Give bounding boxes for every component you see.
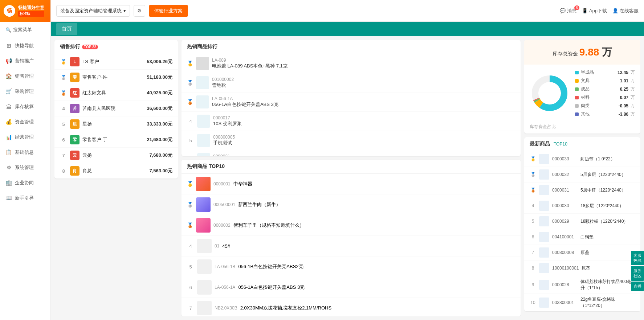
sidebar-item-finance[interactable]: 💰 资金管理 [0,114,50,130]
table-row: 7 云 云扬 7,680.00元 [54,148,178,163]
nav-icon: 🏢 [5,180,12,186]
customer-name: 零售客户·许 [82,74,144,81]
rank-medal: 🥈 [187,202,193,208]
hot-products-panel: 热销商品 TOP10 🥇 0000001 中华神器 🥈 000500001 新西… [182,160,521,316]
sidebar-item-quick-nav[interactable]: ⊞ 快捷导航 [0,38,50,53]
sidebar-logo: 畅 畅捷通好生意 标准版 [0,0,50,22]
rank-number: 4 [187,119,194,124]
product-name: 手机测试 [213,140,515,146]
product-image [539,247,549,258]
search-menu-button[interactable]: 🔍 搜索菜单 [4,25,47,35]
cs-hotline-button[interactable]: 客服热线 [631,251,644,266]
cs-live-button[interactable]: 直播 [631,282,644,291]
product-code: 000500001 [213,202,235,207]
rank-number: 7 [60,153,67,158]
sales-amount: 51,183.00元 [147,74,172,81]
system-selector[interactable]: 装备及固定资产辅助管理系统 ▾ [56,5,130,17]
legend-name: 其他 [581,111,616,117]
new-products-title: 最新商品 [530,141,550,147]
hot-products-header: 热销商品 TOP10 [182,160,521,174]
table-row: 6 零 零售客户·于 21,680.00元 [54,132,178,148]
sidebar-item-inventory[interactable]: 🏛 库存核算 [0,99,50,114]
sidebar-item-purchase[interactable]: 🛒 采购管理 [0,84,50,99]
list-item: 9 0000028 体碳荔枝味苏打饮品400毫升（1*15） [524,276,640,294]
list-item: 7 NB2.0X30B 2.0X30MM双搓花轴,搓花直径2.1MM/ROHS [182,298,521,316]
product-sales-ranking-panel: 热销商品排行 🥇 LA-089 电池盖 LA-089 ABS本色+黑种 7.1克… [182,40,521,156]
page-content: 销售排行 TOP 22 🥇 L LS 客户 53,006.26元 🥈 零 [51,36,644,320]
rank-number: 5 [187,138,194,143]
product-name: 5层多层（1220*2440） [580,172,635,178]
sales-ranking-header: 销售排行 TOP 22 [54,40,178,54]
product-image [196,197,211,212]
avatar: 苦 [70,104,80,113]
cs-community-button[interactable]: 服务社区 [631,266,644,281]
product-code: LA-089 [212,58,515,63]
tab-home[interactable]: 首页 [56,23,77,35]
new-products-list: 🥇 0000033 封边带（1.0*22） 🥈 0000032 5层多层（122… [524,151,640,311]
sidebar-item-label: 销售管理 [15,73,34,79]
legend-color-dot [575,112,579,116]
product-code: 0000017 [213,115,515,120]
sidebar-item-label: 企业协同 [15,180,34,186]
product-name: 新西兰牛肉（新牛） [238,201,281,208]
product-code: NB2.0X30B [215,305,237,311]
rank-medal: 🥇 [187,61,193,66]
table-row: 🥈 001000002 雪地靴 [182,73,521,93]
sidebar-item-sales[interactable]: 🏠 销售管理 [0,69,50,84]
message-badge: 6 [574,5,579,10]
rank-medal: 🥉 [187,222,193,228]
product-image [539,185,549,195]
product-image [539,280,549,290]
product-code: LA-056-1A [212,96,515,101]
product-image [539,216,549,226]
avatar: 零 [70,73,80,82]
rank-number: 8 [530,266,536,271]
legend-item: 文具 1.01 万 [575,77,635,85]
sales-amount: 21,680.00元 [147,136,172,143]
app-download-button[interactable]: 📱 App下载 [582,8,607,14]
main-area: 装备及固定资产辅助管理系统 ▾ ⚙ 体验行业方案 💬 消息 6 📱 App下载 … [51,0,644,320]
list-item: 6 LA-056-1A 056-1A白色按键开关盖ABS 3壳 [182,277,521,298]
product-name: 智利车子里（规格不知道填什么） [233,222,304,229]
product-image [196,57,209,70]
product-code: 003800001 [552,300,578,305]
product-image [539,169,549,180]
product-name: 中华神器 [233,181,252,187]
product-code: 0000032 [552,172,578,177]
product-image [197,239,212,253]
product-name: 5层中纤（1220*2440） [580,187,635,193]
table-row: 6 0000021 夹壳 [182,150,521,156]
app-download-label: App下载 [589,8,607,14]
avatar: 肖 [70,166,80,176]
product-code: 001000002 [212,77,515,82]
customer-name: 零售客户·于 [82,136,144,143]
sidebar-item-guide[interactable]: 📖 新手引导 [0,190,50,206]
product-name: 2.0X30MM双搓花轴,搓花直径2.1MM/ROHS [240,305,331,311]
online-service-button[interactable]: 👤 在线客服 [612,8,639,14]
list-item: 🥉 0000031 5层中纤（1220*2440） [524,182,640,198]
legend-color-dot [575,104,579,108]
inventory-chart: 半成品 12.45 万 文具 1.01 万 成品 [524,65,640,122]
table-row: 8 肖 肖总 7,563.00元 [54,163,178,179]
table-row: 🥇 L LS 客户 53,006.26元 [54,54,178,70]
inventory-title: 库存总资金 9.88 万 [530,45,635,59]
sidebar-item-label: 营销推广 [15,58,34,64]
message-button[interactable]: 💬 消息 6 [560,8,576,14]
nav-icon: ⚙ [5,164,12,171]
nav-icon: 🛒 [5,88,12,95]
sidebar-item-label: 新手引导 [15,195,34,201]
product-code: 0000030 [552,203,578,208]
sidebar-item-marketing[interactable]: 📢 营销推广 [0,53,50,69]
sidebar-item-operation[interactable]: 📊 经营管理 [0,130,50,145]
inventory-panel: 库存总资金 9.88 万 [524,40,640,134]
sidebar-item-basic[interactable]: 📋 基础信息 [0,145,50,160]
legend-unit: 万 [631,86,635,92]
sidebar-item-system[interactable]: ⚙ 系统管理 [0,160,50,175]
sidebar-item-enterprise[interactable]: 🏢 企业协同 [0,175,50,190]
trial-button[interactable]: 体验行业方案 [149,5,188,17]
product-code: 0000029 [552,219,578,224]
settings-button[interactable]: ⚙ [134,5,145,17]
rank-number: 6 [530,234,536,239]
product-code: 01 [215,243,219,249]
legend-color-dot [575,79,579,83]
